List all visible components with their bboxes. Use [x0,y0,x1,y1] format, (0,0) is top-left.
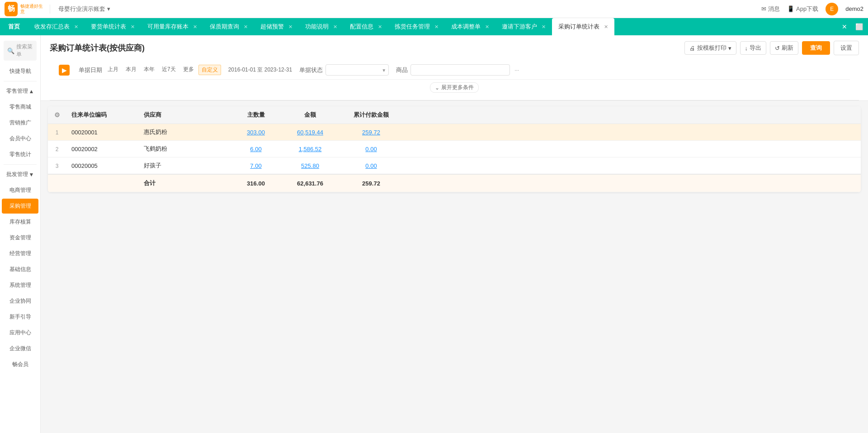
tab-7-close[interactable]: ✕ [378,24,382,30]
table-body: 1 00020001 惠氏奶粉 303.00 60,519.44 259.72 … [48,124,861,175]
gear-icon[interactable]: ⚙ [54,111,60,119]
tab-10[interactable]: 邀请下游客户 ✕ [495,18,552,35]
row3-supplier: 好孩子 [138,157,229,175]
tab-4-close[interactable]: ✕ [244,24,248,30]
row3-qty: 7.00 [229,157,283,175]
tab-8[interactable]: 拣货任务管理 ✕ [388,18,445,35]
tab-6-close[interactable]: ✕ [333,24,337,30]
message-btn[interactable]: ✉ 消息 [761,5,780,13]
tab-3-close[interactable]: ✕ [193,24,197,30]
sidebar-item-member2[interactable]: 畅会员 [2,357,38,372]
tab-3[interactable]: 可用量库存账本 ✕ [141,18,203,35]
col-amount-header: 金额 [283,106,337,124]
sidebar: 🔍 搜索菜单 快捷导航 零售管理 ▲ 零售商城 营销推广 会员中心 零售统计 [0,35,41,433]
sidebar-item-app-center[interactable]: 应用中心 [2,325,38,340]
sidebar-item-purchase[interactable]: 采购管理 [2,199,38,214]
tab-9[interactable]: 成本调整单 ✕ [445,18,495,35]
shortcut-7days[interactable]: 近7天 [159,65,179,75]
table-wrapper: ⚙ 往来单位编码 供应商 主数量 金额 累计付款金额 1 00020001 [41,101,868,433]
tab-6[interactable]: 功能说明 ✕ [299,18,344,35]
sidebar-item-operations[interactable]: 经营管理 [2,246,38,261]
tab-2[interactable]: 要货单统计表 ✕ [85,18,141,35]
page-title: 采购订单统计表(按供应商) [50,43,145,53]
nav-close-btn[interactable]: ✕ [838,20,851,33]
sidebar-item-system[interactable]: 系统管理 [2,278,38,293]
member2-label: 畅会员 [12,361,28,367]
footer-label: 合计 [138,174,229,192]
goods-input[interactable] [410,64,510,76]
nav-tabs: 首页 收发存汇总表 ✕ 要货单统计表 ✕ 可用量库存账本 ✕ 保质期查询 ✕ 超… [0,18,868,35]
tab-home[interactable]: 首页 [0,18,28,35]
tab-1-label: 收发存汇总表 [34,23,70,31]
shortcut-last-month[interactable]: 上月 [105,65,121,75]
data-table: ⚙ 往来单位编码 供应商 主数量 金额 累计付款金额 1 00020001 [48,106,861,192]
shortcut-this-year[interactable]: 本年 [141,65,157,75]
shortcut-this-month[interactable]: 本月 [123,65,139,75]
sidebar-item-retail-mgmt[interactable]: 零售管理 ▲ [2,84,38,99]
sidebar-item-basic-info[interactable]: 基础信息 [2,262,38,277]
chevron-down-icon-2: ▼ [29,171,34,178]
top-bar-divider [50,5,50,14]
marketing-label: 营销推广 [9,119,31,126]
workspace-selector[interactable]: 母婴行业演示账套 ▾ [55,3,114,15]
tab-1[interactable]: 收发存汇总表 ✕ [28,18,85,35]
sidebar-item-retail-stats[interactable]: 零售统计 [2,147,38,162]
refresh-btn[interactable]: ↺ 刷新 [770,41,798,55]
tab-7[interactable]: 配置信息 ✕ [344,18,388,35]
app-download-btn[interactable]: 📱 App下载 [787,5,818,13]
tab-9-close[interactable]: ✕ [485,24,489,30]
sidebar-item-wholesale[interactable]: 批发管理 ▼ [2,167,38,182]
sidebar-item-wechat[interactable]: 企业微信 [2,341,38,356]
refresh-icon: ↺ [775,45,780,52]
custom-badge[interactable]: 自定义 [198,65,221,75]
sidebar-item-newbie[interactable]: 新手引导 [2,309,38,324]
page-actions: 🖨 按模板打印 ▾ ↓ 导出 ↺ 刷新 查询 [684,41,859,55]
settings-btn[interactable]: 设置 [834,41,859,55]
tab-4[interactable]: 保质期查询 ✕ [203,18,254,35]
workspace-arrow: ▾ [107,5,110,12]
status-select[interactable] [326,64,389,76]
tab-8-close[interactable]: ✕ [434,24,439,30]
chevron-down-icon-3: ⌄ [435,85,439,91]
page-header: 采购订单统计表(按供应商) 🖨 按模板打印 ▾ ↓ 导出 ↺ 刷新 [41,35,868,101]
nav-maximize-btn[interactable]: ⬜ [853,20,865,33]
goods-more-icon[interactable]: ··· [514,67,519,73]
filter-goods-item: 商品 ··· [396,64,519,76]
expand-more-btn[interactable]: ⌄ 展开更多条件 [430,82,479,93]
sidebar-search-inner[interactable]: 🔍 搜索菜单 [4,41,37,61]
sidebar-item-retail-shop[interactable]: 零售商城 [2,100,38,114]
tab-7-label: 配置信息 [350,23,373,31]
table-footer: 合计 316.00 62,631.76 259.72 [48,174,861,192]
sidebar-item-enterprise[interactable]: 企业协同 [2,294,38,309]
tab-active[interactable]: 采购订单统计表 ✕ [552,18,614,35]
tab-active-close[interactable]: ✕ [604,24,608,30]
tab-2-close[interactable]: ✕ [131,24,135,30]
sidebar-item-member[interactable]: 会员中心 [2,131,38,146]
expand-more-label: 展开更多条件 [441,84,474,91]
sidebar-item-quick-nav[interactable]: 快捷导航 [2,64,38,79]
settings-label: 设置 [840,44,852,51]
filter-expand-icon[interactable]: ▶ [59,65,70,76]
sidebar-item-marketing[interactable]: 营销推广 [2,115,38,130]
sidebar-search[interactable]: 🔍 搜索菜单 [0,38,40,63]
tab-5-close[interactable]: ✕ [288,24,292,30]
col-paid-header: 累计付款金额 [337,106,405,124]
tab-5[interactable]: 超储预警 ✕ [254,18,299,35]
print-btn[interactable]: 🖨 按模板打印 ▾ [684,41,736,55]
export-btn[interactable]: ↓ 导出 [740,41,767,55]
user-name[interactable]: demo2 [845,5,863,12]
row2-extra [405,141,861,157]
shortcut-more[interactable]: 更多 [180,65,197,75]
sidebar-item-finance[interactable]: 资金管理 [2,230,38,245]
sidebar-item-inventory[interactable]: 库存核算 [2,214,38,229]
goods-label: 商品 [396,66,408,74]
tab-10-close[interactable]: ✕ [542,24,546,30]
table-header-row: ⚙ 往来单位编码 供应商 主数量 金额 累计付款金额 [48,106,861,124]
tab-home-label: 首页 [8,23,20,31]
row2-supplier: 飞鹤奶粉 [138,141,229,157]
tab-1-close[interactable]: ✕ [74,24,78,30]
wechat-label: 企业微信 [9,345,31,352]
query-btn[interactable]: 查询 [802,41,830,55]
retail-stats-label: 零售统计 [9,151,31,157]
sidebar-item-ecommerce[interactable]: 电商管理 [2,183,38,198]
